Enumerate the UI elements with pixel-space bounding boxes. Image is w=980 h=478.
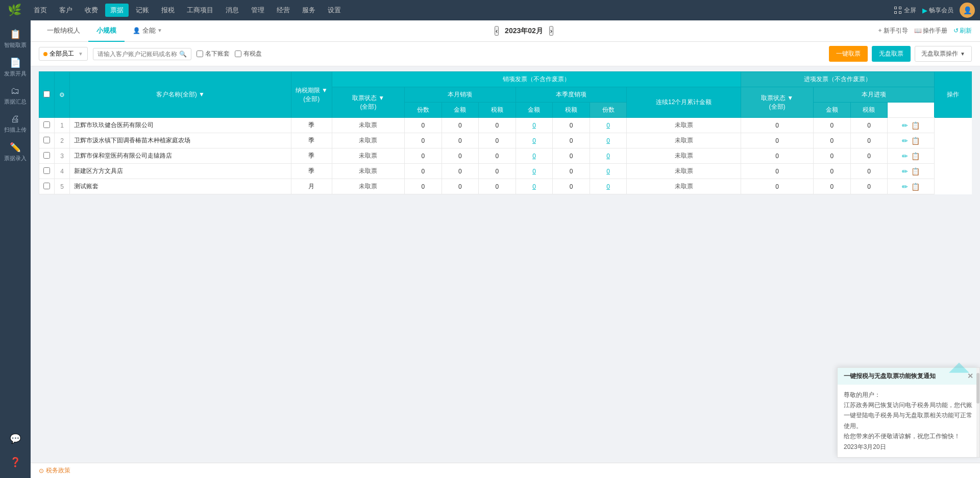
tab-small-scale[interactable]: 小规模 xyxy=(88,20,125,42)
dropdown-arrow-icon: ▼ xyxy=(960,51,965,57)
row-detail-btn-2[interactable]: 📋 xyxy=(911,152,920,160)
row-actions-4: ✏ 📋 xyxy=(888,179,935,194)
no-disk-ops-btn[interactable]: 无盘取票操作 ▼ xyxy=(915,46,972,62)
row-sales-month-count-3: 0 xyxy=(404,164,442,179)
nav-menu: 首页客户收费票据记账报税工商项目消息管理经营服务设置 xyxy=(29,4,894,17)
row-checkbox-0[interactable] xyxy=(43,121,50,128)
sidebar-item-2[interactable]: 🗂票据汇总 xyxy=(2,82,29,110)
row-checkbox-2[interactable] xyxy=(43,152,50,159)
nav-item-记账[interactable]: 记账 xyxy=(131,4,154,17)
svg-rect-2 xyxy=(894,12,896,14)
row-edit-btn-0[interactable]: ✏ xyxy=(902,121,908,130)
row-sales-status-4: 未取票 xyxy=(332,179,404,194)
no-disk-btn[interactable]: 无盘取票 xyxy=(872,46,911,62)
row-checkbox-4[interactable] xyxy=(43,183,50,189)
tab-general-taxpayer[interactable]: 一般纳税人 xyxy=(39,20,88,42)
svg-rect-1 xyxy=(899,7,901,9)
col-in-status: 取票状态 ▼(全部) xyxy=(741,87,814,118)
row-edit-btn-2[interactable]: ✏ xyxy=(902,152,908,160)
period-next-btn[interactable]: › xyxy=(549,26,553,36)
row-actions-0: ✏ 📋 xyxy=(888,118,935,133)
user-avatar[interactable]: 👤 xyxy=(960,3,975,18)
row-sales-status-0: 未取票 xyxy=(332,118,404,133)
tab-all[interactable]: 👤 全能 ▼ xyxy=(125,20,170,42)
sidebar-item-message[interactable]: 💬 xyxy=(0,429,31,448)
notification-scrollbar[interactable] xyxy=(976,368,979,457)
nav-item-消息[interactable]: 消息 xyxy=(220,4,244,17)
search-icon[interactable]: 🔍 xyxy=(179,51,187,58)
nav-item-经营[interactable]: 经营 xyxy=(272,4,295,17)
refresh-btn[interactable]: ↺刷新 xyxy=(953,27,972,35)
notification-close-btn[interactable]: ✕ xyxy=(967,372,973,380)
nav-item-报税[interactable]: 报税 xyxy=(156,4,180,17)
sidebar-item-0[interactable]: 📋智能取票 xyxy=(2,24,29,53)
policy-label[interactable]: 税务政策 xyxy=(46,466,70,475)
col-sales-12: 连续12个月累计金额 xyxy=(627,87,741,118)
col-in-month-tax: 税额 xyxy=(850,103,888,118)
nav-item-票据[interactable]: 票据 xyxy=(105,4,129,17)
row-num-0: 1 xyxy=(55,118,70,133)
new-guide-btn[interactable]: ✦新手引导 xyxy=(877,27,908,35)
row-sales-month-amount-3: 0 xyxy=(442,164,479,179)
period-prev-btn[interactable]: ‹ xyxy=(495,26,499,36)
checkbox-name-account[interactable]: 名下账套 xyxy=(197,49,230,58)
sidebar-label-1: 发票开具 xyxy=(4,70,27,78)
col-tax-period: 纳税期限 ▼(全部) xyxy=(291,72,332,118)
sidebar-bottom: 💬 ❓ xyxy=(0,429,31,478)
row-edit-btn-4[interactable]: ✏ xyxy=(902,183,908,191)
col-sales-quarter: 本季度销项 xyxy=(516,87,627,103)
sidebar-item-3[interactable]: 🖨扫描上传 xyxy=(2,110,29,138)
nav-item-管理[interactable]: 管理 xyxy=(246,4,270,17)
checkbox-name-account-input[interactable] xyxy=(197,51,203,57)
row-edit-btn-1[interactable]: ✏ xyxy=(902,137,908,145)
row-in-status-3: 未取票 xyxy=(627,164,741,179)
search-input[interactable] xyxy=(97,51,179,58)
row-num-3: 4 xyxy=(55,164,70,179)
row-sales-12-2: 0 xyxy=(590,148,627,164)
row-in-month-count-2: 0 xyxy=(741,148,814,164)
row-detail-btn-3[interactable]: 📋 xyxy=(911,167,920,175)
col-group-in: 进项发票（不含作废票） xyxy=(741,72,935,87)
sidebar-icon-3: 🖨 xyxy=(11,114,20,124)
select-all-checkbox[interactable] xyxy=(43,91,50,97)
nav-item-首页[interactable]: 首页 xyxy=(29,4,52,17)
nav-item-服务[interactable]: 服务 xyxy=(297,4,321,17)
vip-btn[interactable]: ▶ 畅享会员 xyxy=(922,6,953,15)
employee-dropdown-icon: ▼ xyxy=(78,51,83,57)
row-detail-btn-1[interactable]: 📋 xyxy=(911,137,920,145)
row-checkbox-1[interactable] xyxy=(43,137,50,143)
nav-item-设置[interactable]: 设置 xyxy=(323,4,346,17)
help-icon: ❓ xyxy=(10,457,21,468)
row-edit-btn-3[interactable]: ✏ xyxy=(902,167,908,175)
nav-item-客户[interactable]: 客户 xyxy=(54,4,78,17)
notification-scrollbar-thumb xyxy=(976,373,979,404)
row-client-name-0: 卫辉市玖玖健合医药有限公司 xyxy=(70,118,291,133)
toolbar-right: 一键取票 无盘取票 无盘取票操作 ▼ xyxy=(829,46,972,62)
row-in-month-amount-3: 0 xyxy=(814,164,851,179)
row-sales-month-amount-2: 0 xyxy=(442,148,479,164)
row-in-status-1: 未取票 xyxy=(627,133,741,148)
sidebar-item-4[interactable]: ✏️票据录入 xyxy=(2,138,29,166)
checkbox-has-disk[interactable]: 有税盘 xyxy=(235,49,262,58)
row-in-month-amount-4: 0 xyxy=(814,179,851,194)
nav-item-收费[interactable]: 收费 xyxy=(80,4,103,17)
subnav-right: ✦新手引导 📖操作手册 ↺刷新 xyxy=(877,27,972,35)
one-key-btn[interactable]: 一键取票 xyxy=(829,46,868,62)
sidebar-item-help[interactable]: ❓ xyxy=(0,452,31,472)
app-logo[interactable]: 🌿 xyxy=(5,1,23,19)
row-checkbox-3[interactable] xyxy=(43,167,50,174)
nav-item-工商项目[interactable]: 工商项目 xyxy=(182,4,218,17)
row-detail-btn-4[interactable]: 📋 xyxy=(911,183,920,191)
fullscreen-btn[interactable]: 全屏 xyxy=(894,6,916,15)
row-sales-quarter-tax-1: 0 xyxy=(553,133,590,148)
employee-select[interactable]: 全部员工 ▼ xyxy=(39,47,88,61)
row-detail-btn-0[interactable]: 📋 xyxy=(911,121,920,130)
row-sales-status-2: 未取票 xyxy=(332,148,404,164)
row-sales-quarter-tax-0: 0 xyxy=(553,118,590,133)
manual-btn[interactable]: 📖操作手册 xyxy=(914,27,947,35)
search-input-wrap: 🔍 xyxy=(93,48,191,60)
checkbox-has-disk-input[interactable] xyxy=(235,51,241,57)
row-period-0: 季 xyxy=(291,118,332,133)
row-sales-quarter-amount-3: 0 xyxy=(516,164,553,179)
sidebar-item-1[interactable]: 📄发票开具 xyxy=(2,53,29,82)
